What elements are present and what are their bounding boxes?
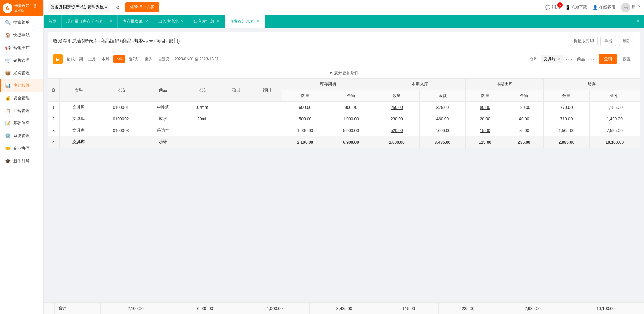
sidebar: 6 畅捷通好生意 标准版 🔍搜索菜单🏠快捷导航📢营销推广🛒销售管理📦采购管理📊库… [0, 0, 44, 314]
top-header: 装备及固定资产辅助管理系统 ▾ ⚙ 体验行业方案 💬 消息 6 📱 App下载 … [44, 0, 644, 15]
tab-bar-close[interactable]: ✕ [632, 15, 644, 28]
row-dept [252, 113, 282, 125]
tab-inout-flow[interactable]: 出入库流水✕ [153, 15, 189, 28]
subtotal-name: 小计 [144, 136, 182, 148]
message-icon: 💬 [545, 5, 550, 10]
date-shortcut-近7天[interactable]: 近7天 [127, 55, 141, 63]
row-out-qty[interactable]: 80.00 [465, 102, 505, 113]
date-shortcuts: 上月本月本年近7天更多自定义 [86, 55, 172, 63]
row-out-qty[interactable]: 15.00 [465, 125, 505, 136]
basic-info-icon: 📝 [5, 121, 11, 126]
goods-more[interactable]: ··· [588, 55, 595, 63]
sidebar-header: 6 畅捷通好生意 标准版 [0, 0, 43, 16]
row-in-qty[interactable]: 230.00 [374, 113, 420, 125]
warehouse-more[interactable]: ··· [566, 55, 573, 63]
tab-close-icon[interactable]: ✕ [109, 19, 113, 24]
total-row: 合计 2,100.00 6,900.00 1,000.00 3,435.00 1… [44, 303, 644, 314]
date-label: 记账日期 [67, 56, 83, 62]
finance-icon: 💰 [5, 96, 11, 101]
experience-button[interactable]: 体验行业方案 [125, 2, 159, 12]
date-shortcut-本年[interactable]: 本年 [113, 55, 125, 63]
online-service-item[interactable]: 👤 在线客服 [593, 4, 615, 10]
subtotal-project [221, 136, 252, 148]
col-out-qty: 数量 [465, 90, 505, 102]
sidebar-item-quick-nav[interactable]: 🏠快捷导航 [0, 29, 43, 42]
tab-close-icon[interactable]: ✕ [256, 19, 260, 24]
date-shortcut-上月[interactable]: 上月 [86, 55, 98, 63]
row-warehouse: 文具库 [60, 125, 98, 136]
warehouse-tag-close[interactable]: ✕ [557, 57, 560, 61]
sidebar-item-inventory[interactable]: 📊库存核算 [0, 79, 43, 92]
row-no: 1 [48, 102, 60, 113]
app-logo: 6 [3, 3, 12, 13]
row-dept [252, 102, 282, 113]
refresh-button[interactable]: 刷新 [619, 36, 634, 46]
sidebar-item-operation[interactable]: 📋经营管理 [0, 104, 43, 117]
system-selector[interactable]: 装备及固定资产辅助管理系统 ▾ [48, 3, 110, 12]
row-close-amt: 1,420.00 [589, 113, 640, 125]
row-open-amt: 1,000.00 [328, 113, 374, 125]
row-in-qty[interactable]: 520.00 [374, 125, 420, 136]
page-actions: 拆镜版打印 导出 刷新 [570, 36, 634, 46]
user-item[interactable]: Ea 用户 [621, 3, 640, 12]
col-goods-name-header: 商品 [144, 79, 182, 102]
tab-label: 首页 [48, 19, 56, 24]
sidebar-item-system[interactable]: ⚙️系统管理 [0, 130, 43, 142]
subtotal-code [98, 136, 144, 148]
subtotal-in-qty[interactable]: 1,000.00 [374, 136, 420, 148]
sidebar-item-guide[interactable]: 🎓新手引导 [0, 155, 43, 167]
query-button[interactable]: 查询 [599, 54, 617, 64]
phone-icon: 📱 [565, 5, 571, 10]
sidebar-item-finance[interactable]: 💰资金管理 [0, 92, 43, 104]
table-header-main: ⚙ 仓库 商品 商品 商品 项目 部门 库存期初 本期入库 本期出库 结存 [48, 79, 640, 90]
filter-settings-button[interactable]: 设置 [619, 54, 634, 64]
app-download-item[interactable]: 📱 App下载 [565, 4, 587, 10]
sidebar-item-sales[interactable]: 🛒销售管理 [0, 54, 43, 67]
tab-receive-summary[interactable]: 收发存汇总表✕ [225, 15, 265, 28]
subtotal-close-amt: 10,100.00 [589, 136, 640, 148]
message-item[interactable]: 💬 消息 6 [545, 4, 560, 10]
subtotal-out-qty[interactable]: 115.00 [465, 136, 505, 148]
sidebar-item-purchase[interactable]: 📦采购管理 [0, 67, 43, 79]
col-opening-amt: 金额 [328, 90, 374, 102]
tab-close-icon[interactable]: ✕ [145, 19, 148, 24]
tab-inventory-dist[interactable]: 现存量（库存分布表）✕ [62, 15, 118, 28]
sidebar-item-basic-info[interactable]: 📝基础信息 [0, 117, 43, 130]
sidebar-item-label: 采购管理 [13, 70, 30, 76]
system-icon: ⚙️ [5, 133, 11, 139]
sales-icon: 🛒 [5, 58, 11, 63]
row-in-amt: 375.00 [420, 102, 466, 113]
sidebar-item-marketing[interactable]: 📢营销推广 [0, 42, 43, 54]
filter-toggle-btn[interactable]: ▶ [53, 54, 63, 64]
row-project [221, 102, 252, 113]
col-dept-header: 部门 [252, 79, 282, 102]
goods-label: 商品 [577, 56, 585, 62]
settings-icon-btn[interactable]: ⚙ [113, 3, 122, 12]
subtotal-close-qty: 2,985.00 [544, 136, 590, 148]
sidebar-item-enterprise[interactable]: 🤝企业协同 [0, 142, 43, 155]
tab-inout-summary[interactable]: 出入库汇总✕ [189, 15, 225, 28]
col-in-amt: 金额 [420, 90, 466, 102]
tab-close-icon[interactable]: ✕ [181, 19, 184, 24]
row-out-qty[interactable]: 20.00 [465, 113, 505, 125]
print-button[interactable]: 拆镜版打印 [570, 36, 598, 46]
row-in-qty[interactable]: 250.00 [374, 102, 420, 113]
tab-bar: 首页现存量（库存分布表）✕库存批次账✕出入库流水✕出入库汇总✕收发存汇总表✕✕ [44, 15, 644, 28]
date-shortcut-自定义[interactable]: 自定义 [156, 55, 172, 63]
row-close-qty: 770.00 [544, 102, 590, 113]
tab-home[interactable]: 首页 [44, 15, 62, 28]
row-name: 中性笔 [144, 102, 182, 113]
date-shortcut-本月[interactable]: 本月 [99, 55, 112, 63]
row-spec [182, 125, 221, 136]
row-in-amt: 460.00 [420, 113, 466, 125]
sidebar-item-label: 基础信息 [13, 120, 30, 126]
row-code: 0100002 [98, 113, 144, 125]
expand-conditions-btn[interactable]: ▼ 展开更多条件 [329, 70, 359, 76]
export-button[interactable]: 导出 [600, 36, 616, 46]
sidebar-item-search[interactable]: 🔍搜索菜单 [0, 16, 43, 29]
warehouse-tag[interactable]: 文具库 ✕ [541, 55, 563, 63]
tab-close-icon[interactable]: ✕ [216, 19, 220, 24]
tab-batch-account[interactable]: 库存批次账✕ [118, 15, 153, 28]
date-shortcut-更多[interactable]: 更多 [142, 55, 154, 63]
row-open-amt: 5,000.00 [328, 125, 374, 136]
